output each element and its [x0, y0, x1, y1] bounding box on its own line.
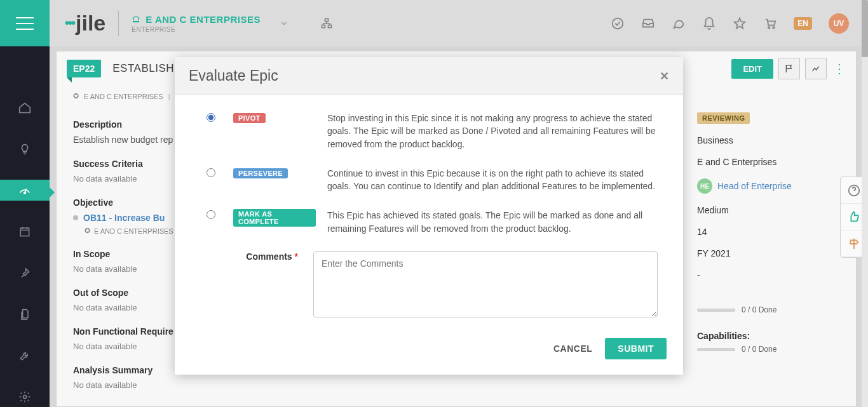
desc-pivot: Stop investing in this Epic since it is …	[327, 112, 658, 150]
submit-button[interactable]: SUBMIT	[605, 338, 667, 359]
radio-complete[interactable]	[207, 210, 215, 219]
tag-pivot: PIVOT	[233, 113, 266, 123]
modal-title: Evaluate Epic	[189, 67, 278, 84]
close-icon[interactable]: ✕	[660, 69, 669, 83]
option-complete: MARK AS COMPLETE This Epic has achieved …	[207, 209, 658, 235]
radio-persevere[interactable]	[207, 168, 215, 177]
desc-persevere: Continue to invest in this Epic because …	[327, 167, 658, 193]
tag-complete: MARK AS COMPLETE	[233, 209, 316, 227]
modal-body: PIVOT Stop investing in this Epic since …	[175, 95, 683, 326]
evaluate-epic-modal: Evaluate Epic ✕ PIVOT Stop investing in …	[175, 57, 683, 375]
cancel-button[interactable]: CANCEL	[553, 344, 592, 354]
option-persevere: PERSEVERE Continue to invest in this Epi…	[207, 167, 658, 193]
tag-persevere: PERSEVERE	[233, 168, 288, 178]
desc-complete: This Epic has achieved its stated goals.…	[327, 209, 658, 235]
modal-footer: CANCEL SUBMIT	[175, 326, 683, 375]
comments-row: Comments *	[207, 251, 658, 320]
modal-header: Evaluate Epic ✕	[175, 57, 683, 95]
option-pivot: PIVOT Stop investing in this Epic since …	[207, 112, 658, 150]
comments-label: Comments *	[207, 251, 302, 262]
comments-input[interactable]	[313, 251, 658, 317]
radio-pivot[interactable]	[207, 113, 215, 122]
